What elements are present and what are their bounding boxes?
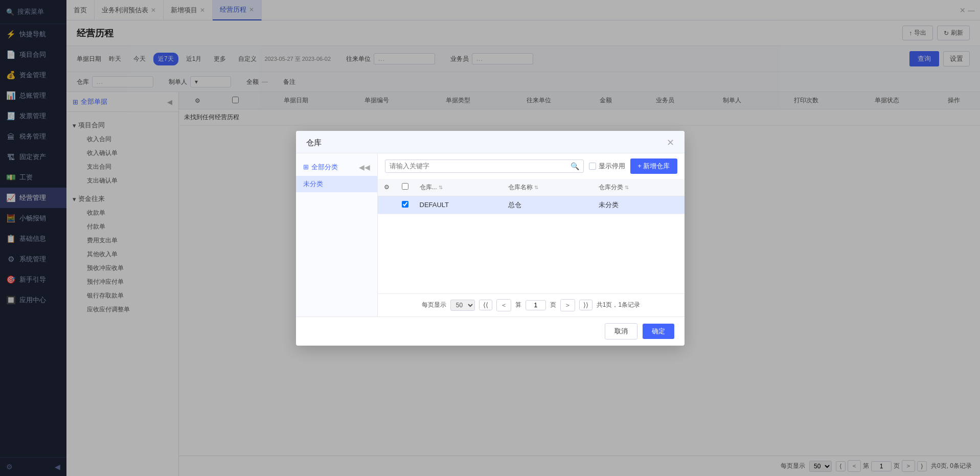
show-disabled-label: 显示停用 <box>599 162 625 171</box>
modal-page-word: 算 <box>515 301 521 309</box>
sort-icon-code: ⇅ <box>439 185 443 190</box>
modal-table: ⚙ 仓库... ⇅ <box>378 179 685 214</box>
modal-table-header: ⚙ 仓库... ⇅ <box>378 179 685 196</box>
modal-per-page-select[interactable]: 50 <box>450 300 475 311</box>
modal-body: ⊞ 全部分类 ◀◀ 未分类 🔍 显示停用 + 新增仓库 <box>296 153 685 316</box>
cancel-button[interactable]: 取消 <box>605 323 637 339</box>
row-code: DEFAULT <box>415 196 504 214</box>
row-settings <box>378 196 396 214</box>
sort-icon-name: ⇅ <box>534 185 538 190</box>
modal-prev-page-btn[interactable]: ＜ <box>496 299 511 311</box>
confirm-button[interactable]: 确定 <box>643 324 674 339</box>
modal-table-container: ⚙ 仓库... ⇅ <box>378 179 685 293</box>
modal-title: 仓库 <box>306 138 322 148</box>
modal-col-code: 仓库... ⇅ <box>415 179 504 196</box>
all-category-btn[interactable]: ⊞ 全部分类 ◀◀ <box>296 158 377 176</box>
modal-header: 仓库 ✕ <box>296 131 685 153</box>
modal-page-input[interactable] <box>526 300 546 310</box>
all-category-label: 全部分类 <box>311 163 338 172</box>
show-disabled-group: 显示停用 <box>589 162 625 171</box>
collapse-category-icon[interactable]: ◀◀ <box>359 163 370 171</box>
modal-last-page-btn[interactable]: ⟩⟩ <box>579 300 592 310</box>
modal-per-page-label: 每页显示 <box>422 301 446 309</box>
modal-select-all[interactable] <box>402 183 408 190</box>
modal-col-settings: ⚙ <box>378 179 396 196</box>
modal-table-row[interactable]: DEFAULT 总仓 未分类 <box>378 196 685 214</box>
table-toolbar: 🔍 显示停用 + 新增仓库 <box>378 153 685 179</box>
table-panel: 🔍 显示停用 + 新增仓库 ⚙ <box>378 153 685 316</box>
modal-close-button[interactable]: ✕ <box>667 138 674 147</box>
category-panel: ⊞ 全部分类 ◀◀ 未分类 <box>296 153 378 316</box>
modal-search-input[interactable] <box>390 162 568 170</box>
modal-col-category: 仓库分类 ⇅ <box>594 179 684 196</box>
modal-first-page-btn[interactable]: ⟨⟨ <box>479 300 492 310</box>
modal-pagination: 每页显示 50 ⟨⟨ ＜ 算 页 ＞ ⟩⟩ 共1页，1条记录 <box>378 293 685 316</box>
sort-icon-category: ⇅ <box>625 185 629 190</box>
search-icon-modal: 🔍 <box>571 162 579 170</box>
modal-col-name: 仓库名称 ⇅ <box>503 179 594 196</box>
row-category: 未分类 <box>594 196 684 214</box>
modal-col-checkbox <box>396 179 415 196</box>
modal-page-unit: 页 <box>550 301 556 309</box>
modal-footer: 取消 确定 <box>296 316 685 346</box>
modal-next-page-btn[interactable]: ＞ <box>560 299 575 311</box>
show-disabled-checkbox[interactable] <box>589 163 596 170</box>
row-name: 总仓 <box>503 196 594 214</box>
modal-gear-icon[interactable]: ⚙ <box>384 184 390 191</box>
modal-total: 共1页，1条记录 <box>597 301 640 309</box>
search-box: 🔍 <box>385 160 584 173</box>
row-select-checkbox[interactable] <box>402 201 408 208</box>
category-item-unclassified[interactable]: 未分类 <box>296 176 377 192</box>
category-grid-icon: ⊞ <box>303 163 309 171</box>
warehouse-modal: 仓库 ✕ ⊞ 全部分类 ◀◀ 未分类 🔍 <box>296 131 685 346</box>
modal-overlay: 仓库 ✕ ⊞ 全部分类 ◀◀ 未分类 🔍 <box>0 0 980 476</box>
row-checkbox <box>396 196 415 214</box>
add-warehouse-button[interactable]: + 新增仓库 <box>630 158 677 174</box>
